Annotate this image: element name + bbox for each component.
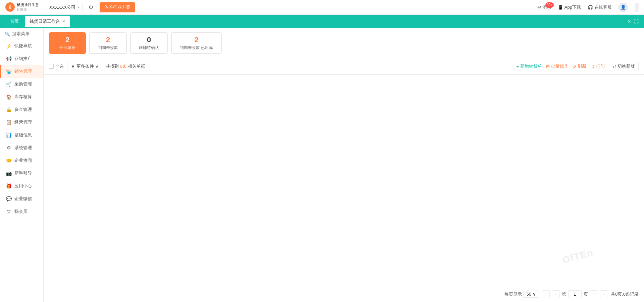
sidebar-item-label: 营销推广	[14, 56, 32, 62]
app-download-button[interactable]: 📱 App下载	[558, 4, 581, 10]
sidebar-item-label: 采购管理	[14, 81, 32, 87]
next-page-button[interactable]: ›	[590, 290, 598, 298]
stat-label-all: 全部单据	[59, 45, 75, 51]
batch-label: 批量操作	[551, 63, 569, 69]
switch-icon: ⇄	[612, 64, 616, 69]
sidebar-item-label: 销售管理	[14, 68, 32, 74]
sidebar-item-basic-info[interactable]: 📊 基础信息	[0, 129, 43, 141]
sidebar-item-purchase[interactable]: 🛒 采购管理	[0, 78, 43, 90]
prev-page-button[interactable]: ‹	[552, 290, 560, 298]
sidebar-item-quick-nav[interactable]: ⚡ 快捷导航	[0, 40, 43, 52]
stat-card-overdue[interactable]: 2 到期未收款	[89, 32, 127, 54]
filter-button[interactable]: ▼ 更多条件 ∨	[67, 62, 102, 71]
company-selector[interactable]: XXXXXX公司 ▾	[46, 3, 83, 12]
page-number-input[interactable]	[568, 290, 582, 298]
main-layout: 🔍 搜索菜单 ⚡ 快捷导航 📢 营销推广 🏪 销售管理 🛒 采购管理 🏠 库存核…	[0, 28, 644, 302]
sales-icon: 🏪	[6, 68, 12, 74]
online-service-button[interactable]: 🎧 在线客服	[588, 4, 612, 10]
tab-home[interactable]: 首页	[5, 16, 23, 27]
stat-label-shipped: 到期未收款 已出库	[180, 45, 213, 51]
avatar[interactable]: 👤	[619, 3, 628, 12]
tab-close-icon[interactable]: ✕	[62, 19, 65, 24]
select-chevron-icon: ∨	[533, 292, 536, 297]
stat-card-all[interactable]: 2 全部单据	[49, 32, 86, 54]
select-all-label: 全选	[55, 63, 64, 69]
page-label: 第	[562, 291, 566, 297]
marketing-icon: 📢	[6, 56, 12, 62]
page-suffix: 页	[584, 291, 588, 297]
tab-work-station[interactable]: 钱货日清工作台 ✕	[25, 16, 70, 27]
sidebar-item-label: 系统管理	[14, 145, 32, 151]
search-menu-label: 搜索菜单	[12, 31, 30, 37]
system-icon: ⚙	[6, 145, 12, 151]
sidebar-item-member[interactable]: ▽ 畅会员	[0, 205, 43, 218]
stat-card-shipped[interactable]: 2 到期未收款 已出库	[171, 32, 222, 54]
per-page-select[interactable]: 50 ∨	[523, 291, 539, 298]
stat-number-all: 2	[65, 36, 69, 44]
per-page-label: 每页显示	[504, 291, 522, 297]
sidebar-item-marketing[interactable]: 📢 营销推广	[0, 52, 43, 65]
sidebar-item-inventory[interactable]: 🏠 库存核算	[0, 90, 43, 103]
stat-number-shipped: 2	[195, 36, 199, 44]
logo-icon: 6	[5, 2, 15, 12]
sidebar-item-label: 企业协同	[14, 158, 32, 164]
sidebar-item-collab[interactable]: 🤝 企业协同	[0, 154, 43, 167]
batch-icon: ⊞	[546, 64, 550, 69]
stat-number-overdue: 2	[106, 36, 110, 44]
user-name[interactable]	[635, 3, 639, 12]
stat-number-wangfu: 0	[147, 36, 151, 44]
tab-bar-right: ✕ ⛶	[627, 19, 639, 24]
sidebar-item-label: 快捷导航	[14, 43, 32, 49]
print-label: 打印	[596, 63, 605, 69]
pagination: 每页显示 50 ∨ « ‹ 第 页 › » 共0页,0条记录	[44, 286, 644, 302]
stat-card-wangfu[interactable]: 0 旺辅待确认	[130, 32, 168, 54]
sidebar-item-tutorial[interactable]: 📷 新手引导	[0, 167, 43, 180]
sidebar-item-operations[interactable]: 📋 经营管理	[0, 116, 43, 129]
sidebar-item-finance[interactable]: 🔒 资金管理	[0, 103, 43, 116]
expand-window-icon[interactable]: ⛶	[634, 19, 639, 24]
sidebar-item-app-center[interactable]: 🎁 应用中心	[0, 180, 43, 192]
filter-icon: ▼	[71, 64, 75, 69]
close-window-icon[interactable]: ✕	[627, 19, 631, 24]
toolbar-right: + 新增销货单 ⊞ 批量操作 ↺ 刷新 🖨 打印 ⇄ 切换新版	[516, 62, 639, 71]
new-order-button[interactable]: + 新增销货单	[516, 63, 542, 69]
top-header: 6 畅捷通好生意 标准版 XXXXXX公司 ▾ ⚙ 体验行业方案 ✉ 消息 99…	[0, 0, 644, 15]
app-center-icon: 🎁	[6, 183, 12, 189]
new-order-label: 新增销货单	[520, 63, 542, 69]
print-button[interactable]: 🖨 打印	[590, 63, 605, 69]
search-menu-button[interactable]: 🔍 搜索菜单	[0, 28, 43, 40]
switch-version-button[interactable]: ⇄ 切换新版	[609, 62, 639, 71]
member-icon: ▽	[6, 208, 12, 215]
content-area: 2 全部单据 2 到期未收款 0 旺辅待确认 2 到期未收款 已出库 全选	[44, 28, 644, 302]
sidebar-item-enterprise-wechat[interactable]: 💬 企业微信	[0, 192, 43, 205]
finance-icon: 🔒	[6, 107, 12, 113]
select-all-checkbox[interactable]: 全选	[49, 63, 64, 69]
home-tab-label: 首页	[10, 18, 19, 24]
online-service-label: 在线客服	[594, 4, 612, 10]
refresh-label: 刷新	[578, 63, 586, 69]
search-icon: 🔍	[5, 32, 10, 37]
stat-label-overdue: 到期未收款	[98, 45, 118, 51]
basic-info-icon: 📊	[6, 132, 12, 138]
company-name: XXXXXX公司	[49, 4, 75, 10]
first-page-button[interactable]: «	[542, 290, 550, 298]
sidebar-item-sales[interactable]: 🏪 销售管理	[0, 65, 43, 78]
trial-button[interactable]: 体验行业方案	[100, 2, 135, 12]
logo-area: 6 畅捷通好生意 标准版	[5, 2, 46, 12]
app-download-label: App下载	[565, 4, 581, 10]
sidebar-item-label: 新手引导	[14, 170, 32, 176]
last-page-button[interactable]: »	[600, 290, 608, 298]
stat-label-wangfu: 旺辅待确认	[139, 45, 159, 51]
settings-button[interactable]: ⚙	[86, 2, 96, 13]
sidebar-item-system[interactable]: ⚙ 系统管理	[0, 141, 43, 154]
message-badge: 99+	[545, 2, 554, 8]
app-name: 畅捷通好生意	[17, 2, 39, 7]
chevron-down-icon: ▾	[77, 5, 79, 9]
batch-operation-button[interactable]: ⊞ 批量操作	[546, 63, 569, 69]
message-button[interactable]: ✉ 消息 99+	[537, 4, 551, 10]
tab-bar: 首页 钱货日清工作台 ✕ ✕ ⛶	[0, 15, 644, 28]
switch-label: 切换新版	[618, 63, 635, 69]
sidebar-item-label: 基础信息	[14, 132, 32, 138]
per-page-value: 50	[526, 292, 531, 297]
refresh-button[interactable]: ↺ 刷新	[573, 63, 586, 69]
